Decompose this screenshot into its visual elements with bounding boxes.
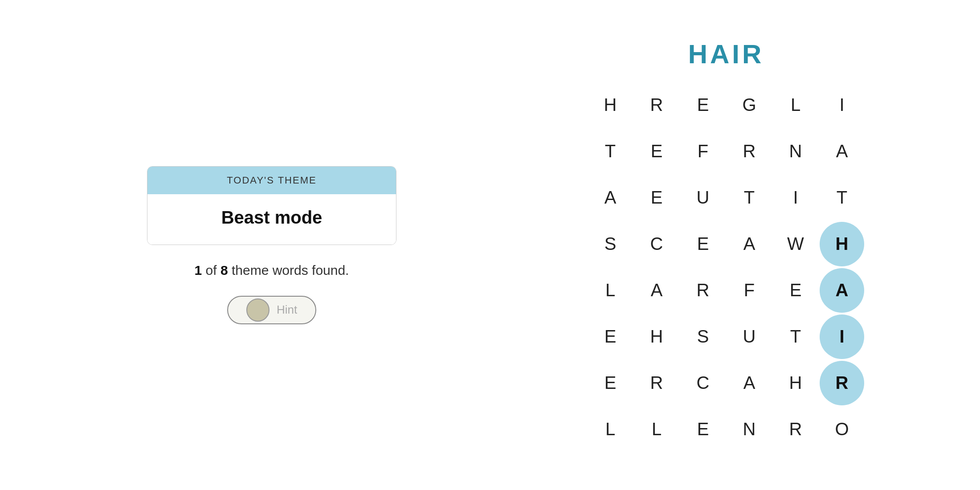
grid-cell-44[interactable]: E <box>681 407 725 452</box>
grid-cell-28[interactable]: E <box>773 268 818 313</box>
grid-cell-31[interactable]: H <box>634 314 679 359</box>
grid-cell-2[interactable]: E <box>681 83 725 127</box>
found-count: 1 <box>195 263 202 278</box>
grid-cell-36[interactable]: E <box>588 361 633 405</box>
grid-cell-17[interactable]: T <box>820 176 864 220</box>
word-grid: HREGLITEFRNAAEUTITSCEAWHLARFEAEHSUTIERCA… <box>588 83 864 452</box>
grid-cell-3[interactable]: G <box>727 83 772 127</box>
grid-cell-15[interactable]: T <box>727 176 772 220</box>
theme-card-header: TODAY'S THEME <box>147 167 396 194</box>
grid-cell-22[interactable]: W <box>773 222 818 266</box>
grid-cell-30[interactable]: E <box>588 314 633 359</box>
theme-card-body: Beast mode <box>147 194 396 245</box>
grid-cell-38[interactable]: C <box>681 361 725 405</box>
grid-cell-40[interactable]: H <box>773 361 818 405</box>
hint-toggle[interactable]: Hint <box>227 296 316 324</box>
grid-cell-39[interactable]: A <box>727 361 772 405</box>
total-count: 8 <box>220 263 228 278</box>
hint-label: Hint <box>277 303 297 317</box>
grid-cell-47[interactable]: O <box>820 407 864 452</box>
words-found: 1 of 8 theme words found. <box>195 263 349 278</box>
grid-cell-42[interactable]: L <box>588 407 633 452</box>
grid-cell-43[interactable]: L <box>634 407 679 452</box>
grid-cell-26[interactable]: R <box>681 268 725 313</box>
grid-cell-23[interactable]: H <box>820 222 864 266</box>
grid-cell-34[interactable]: T <box>773 314 818 359</box>
grid-cell-8[interactable]: F <box>681 129 725 174</box>
grid-cell-11[interactable]: A <box>820 129 864 174</box>
right-panel: HAIR HREGLITEFRNAAEUTITSCEAWHLARFEAEHSUT… <box>588 39 864 452</box>
grid-title: HAIR <box>688 39 764 69</box>
grid-cell-33[interactable]: U <box>727 314 772 359</box>
grid-cell-21[interactable]: A <box>727 222 772 266</box>
grid-cell-25[interactable]: A <box>634 268 679 313</box>
grid-cell-37[interactable]: R <box>634 361 679 405</box>
grid-cell-5[interactable]: I <box>820 83 864 127</box>
grid-cell-14[interactable]: U <box>681 176 725 220</box>
grid-cell-4[interactable]: L <box>773 83 818 127</box>
grid-cell-27[interactable]: F <box>727 268 772 313</box>
grid-cell-6[interactable]: T <box>588 129 633 174</box>
grid-cell-20[interactable]: E <box>681 222 725 266</box>
grid-cell-24[interactable]: L <box>588 268 633 313</box>
grid-cell-12[interactable]: A <box>588 176 633 220</box>
grid-cell-10[interactable]: N <box>773 129 818 174</box>
grid-cell-29[interactable]: A <box>820 268 864 313</box>
grid-cell-1[interactable]: R <box>634 83 679 127</box>
grid-cell-32[interactable]: S <box>681 314 725 359</box>
grid-cell-45[interactable]: N <box>727 407 772 452</box>
grid-cell-16[interactable]: I <box>773 176 818 220</box>
grid-cell-41[interactable]: R <box>820 361 864 405</box>
main-container: TODAY'S THEME Beast mode 1 of 8 theme wo… <box>0 0 980 490</box>
words-found-label: theme words found. <box>232 263 349 278</box>
of-text: of <box>206 263 217 278</box>
grid-cell-0[interactable]: H <box>588 83 633 127</box>
grid-cell-35[interactable]: I <box>820 314 864 359</box>
grid-cell-9[interactable]: R <box>727 129 772 174</box>
theme-card: TODAY'S THEME Beast mode <box>147 166 396 245</box>
grid-cell-7[interactable]: E <box>634 129 679 174</box>
grid-cell-13[interactable]: E <box>634 176 679 220</box>
grid-cell-46[interactable]: R <box>773 407 818 452</box>
toggle-knob <box>246 298 270 322</box>
left-panel: TODAY'S THEME Beast mode 1 of 8 theme wo… <box>116 166 428 324</box>
grid-cell-19[interactable]: C <box>634 222 679 266</box>
grid-cell-18[interactable]: S <box>588 222 633 266</box>
